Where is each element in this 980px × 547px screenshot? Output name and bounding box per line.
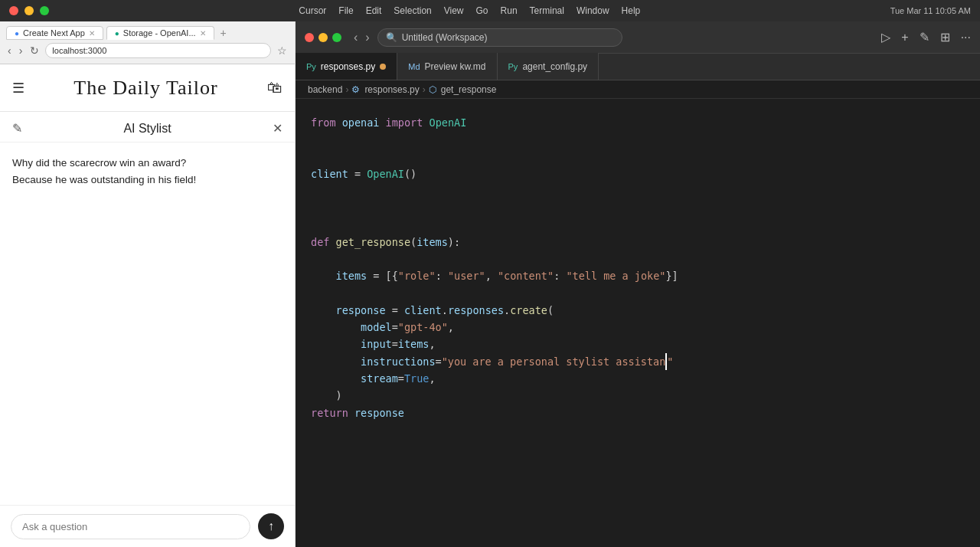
cursor-nav-buttons: ‹ ›: [354, 31, 370, 44]
menu-edit[interactable]: Edit: [366, 5, 382, 16]
cursor-forward-button[interactable]: ›: [365, 31, 369, 44]
hamburger-icon[interactable]: ☰: [12, 80, 24, 97]
cursor-window-chrome: ‹ › 🔍 Untitled (Workspace) ▷ + ✎ ⊞ ···: [296, 21, 980, 54]
cursor-workspace-label: Untitled (Workspace): [402, 32, 488, 43]
mac-menu-bar: Cursor File Edit Selection View Go Run T…: [0, 0, 980, 21]
cursor-back-button[interactable]: ‹: [354, 31, 358, 44]
browser-chrome: ● Create Next App ✕ ● Storage - OpenAI..…: [0, 21, 295, 64]
ai-panel-title: AI Stylist: [123, 122, 171, 136]
py-icon: Py: [306, 62, 316, 71]
browser-tab-storage[interactable]: ● Storage - OpenAI... ✕: [106, 26, 214, 40]
forward-button[interactable]: ›: [18, 44, 24, 57]
menu-view[interactable]: View: [444, 5, 464, 16]
browser-tab-bar: ● Create Next App ✕ ● Storage - OpenAI..…: [6, 26, 289, 40]
ai-panel-left-icons: ✎: [12, 121, 22, 136]
cart-icon[interactable]: 🛍: [267, 79, 283, 97]
cursor-right-icons: ▷ + ✎ ⊞ ···: [881, 30, 971, 44]
mac-clock: Tue Mar 11 10:05 AM: [890, 6, 971, 15]
more-button[interactable]: ···: [961, 31, 971, 44]
browser-nav-bar: ‹ › ↻ ☆: [6, 43, 289, 58]
bc-py-icon: ⚙: [351, 84, 360, 95]
ai-send-button[interactable]: ↑: [258, 513, 284, 539]
cursor-tl-yellow[interactable]: [318, 33, 328, 42]
new-tab-button[interactable]: +: [217, 27, 230, 39]
code-content: from openai import OpenAI client = OpenA…: [311, 114, 980, 421]
bookmark-button[interactable]: ☆: [276, 44, 289, 57]
menu-help[interactable]: Help: [622, 5, 641, 16]
back-button[interactable]: ‹: [6, 44, 13, 57]
traffic-red[interactable]: [9, 6, 18, 15]
storage-favicon: ●: [115, 29, 119, 38]
bc-get-response[interactable]: get_response: [441, 84, 497, 95]
bc-backend[interactable]: backend: [308, 84, 342, 95]
app-header: ☰ The Daily Tailor 🛍: [0, 64, 295, 112]
address-bar[interactable]: [45, 43, 271, 58]
tab-responses-py[interactable]: Py responses.py: [296, 53, 397, 80]
bc-sep-1: ›: [345, 84, 348, 95]
ai-stylist-panel: ✎ AI Stylist ✕ Why did the scarecrow win…: [0, 112, 295, 547]
tab-preview-label: Preview kw.md: [425, 61, 486, 72]
ai-panel-header: ✎ AI Stylist ✕: [0, 112, 295, 142]
left-panel: ● Create Next App ✕ ● Storage - OpenAI..…: [0, 21, 296, 547]
menu-window[interactable]: Window: [577, 5, 609, 16]
tab-responses-label: responses.py: [321, 61, 375, 72]
tab-agent-config-label: agent_config.py: [522, 61, 587, 72]
mac-menu-items: Cursor File Edit Selection View Go Run T…: [55, 5, 884, 16]
cursor-tl-red[interactable]: [305, 33, 314, 42]
py-icon-2: Py: [508, 62, 518, 71]
breadcrumb: backend › ⚙ responses.py › ⬡ get_respons…: [296, 80, 980, 99]
menu-selection[interactable]: Selection: [394, 5, 431, 16]
editor-tab-bar: Py responses.py Md Preview kw.md Py agen…: [296, 54, 980, 80]
menu-file[interactable]: File: [338, 5, 353, 16]
right-panel: ‹ › 🔍 Untitled (Workspace) ▷ + ✎ ⊞ ··· P…: [296, 21, 980, 547]
menu-cursor[interactable]: Cursor: [299, 5, 326, 16]
reload-button[interactable]: ↻: [28, 44, 41, 57]
app-title: The Daily Tailor: [74, 77, 217, 100]
browser-tab-create-label: Create Next App: [23, 28, 85, 38]
traffic-yellow[interactable]: [24, 6, 34, 15]
menu-terminal[interactable]: Terminal: [530, 5, 564, 16]
bc-sep-2: ›: [423, 84, 426, 95]
bc-responses-py[interactable]: responses.py: [364, 84, 419, 95]
browser-tab-create[interactable]: ● Create Next App ✕: [6, 26, 103, 40]
ai-panel-close-icon[interactable]: ✕: [273, 121, 283, 136]
ai-input-bar: ↑: [0, 505, 295, 547]
menu-go[interactable]: Go: [476, 5, 488, 16]
add-button[interactable]: +: [901, 31, 908, 44]
joke-line-2: Because he was outstanding in his field!: [12, 172, 283, 188]
edit-icon[interactable]: ✎: [12, 121, 22, 136]
ai-question-input[interactable]: [11, 514, 250, 539]
bc-fn-icon: ⬡: [429, 84, 436, 95]
cursor-tl-green[interactable]: [332, 33, 341, 42]
tab-agent-config[interactable]: Py agent_config.py: [498, 53, 599, 80]
edit-toolbar-button[interactable]: ✎: [920, 30, 929, 44]
code-editor[interactable]: from openai import OpenAI client = OpenA…: [296, 99, 980, 547]
browser-tab-storage-label: Storage - OpenAI...: [123, 28, 196, 38]
chrome-favicon: ●: [15, 29, 19, 38]
traffic-green[interactable]: [40, 6, 49, 15]
md-icon: Md: [408, 62, 420, 71]
cursor-address-bar[interactable]: 🔍 Untitled (Workspace): [377, 28, 622, 47]
joke-line-1: Why did the scarecrow win an award?: [12, 155, 283, 172]
search-icon: 🔍: [386, 32, 397, 43]
run-button[interactable]: ▷: [881, 30, 890, 44]
browser-tab-create-close[interactable]: ✕: [89, 29, 95, 38]
menu-run[interactable]: Run: [501, 5, 518, 16]
browser-tab-storage-close[interactable]: ✕: [200, 29, 206, 38]
layout-button[interactable]: ⊞: [940, 30, 950, 44]
modified-dot: [380, 64, 386, 70]
ai-panel-body: Why did the scarecrow win an award? Beca…: [0, 142, 295, 505]
tab-preview-md[interactable]: Md Preview kw.md: [397, 53, 497, 80]
cursor-traffic-lights: [305, 33, 341, 42]
